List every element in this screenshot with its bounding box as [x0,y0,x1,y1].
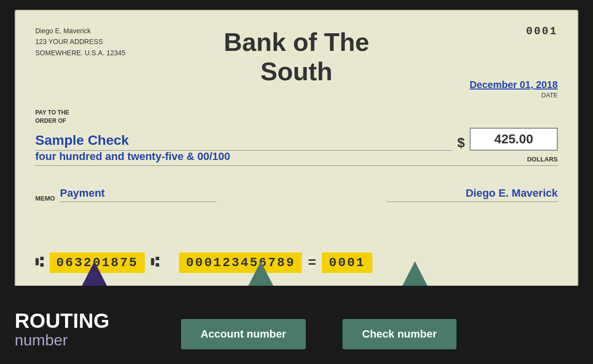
routing-arrow [81,261,108,288]
amount-box: 425.00 [470,128,558,151]
payee-name: Sample Check [35,133,452,151]
memo-section: MEMO Payment Diego E. Maverick [35,187,558,202]
check-number-label: Check number [342,319,456,349]
written-amount-section: four hundred and twenty-five & 00/100 DO… [35,150,558,166]
account-number-label: Account number [181,319,306,349]
micr-close-routing: ⑆ [151,255,159,271]
account-arrow [247,261,274,288]
check-arrow [401,261,429,288]
account-number-highlight: 000123456789 [179,252,302,273]
signature-line: Diego E. Maverick [387,187,558,202]
routing-label: ROUTING number [15,311,113,349]
memo-label: MEMO [35,195,55,202]
dollars-label: DOLLARS [527,156,558,163]
pay-to-label: PAY TO THE ORDER OF [35,109,558,125]
routing-sub: number [15,331,113,349]
memo-value: Payment [60,187,216,202]
micr-line: ⑆ 063201875 ⑆ 000123456789 = 0001 [35,252,558,273]
dollar-sign: $ [457,135,465,151]
micr-space1 [165,255,173,271]
bottom-bar: ROUTING number Account number Check numb… [0,286,593,364]
written-amount: four hundred and twenty-five & 00/100 [35,150,230,163]
bank-name: Bank of The South [16,28,577,87]
date-value: December 01, 2018 [470,79,558,91]
date-label: DATE [470,91,558,99]
check-paper: 0001 Diego E. Maverick 123 YOUR ADDRESS … [15,10,578,289]
pay-to-section: PAY TO THE ORDER OF Sample Check $ 425.0… [35,109,558,151]
check-number-highlight: 0001 [322,252,372,273]
date-section: December 01, 2018 DATE [470,79,558,99]
routing-title: ROUTING [15,311,113,331]
micr-open-routing: ⑆ [35,255,44,271]
micr-equals: = [308,255,316,271]
